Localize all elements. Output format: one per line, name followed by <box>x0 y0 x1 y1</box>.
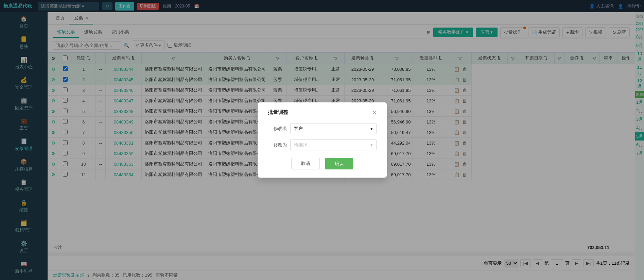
modal-field-select[interactable]: 客户 ▾ <box>290 123 377 134</box>
modal-field-value: 客户 <box>294 126 303 132</box>
chevron-down-icon: ▾ <box>370 143 373 148</box>
modal-field-row: 修改项 客户 ▾ <box>268 123 377 134</box>
modal-value-placeholder: 请选择 <box>294 142 307 148</box>
modal-close-btn[interactable]: ✕ <box>372 109 377 116</box>
modal-header: 批量调整 ✕ <box>268 109 377 116</box>
modal-value-row: 修改为 请选择 ▾ <box>268 139 377 150</box>
modal-overlay[interactable]: 批量调整 ✕ 修改项 客户 ▾ 修改为 请选择 ▾ 取消 确认 <box>0 0 644 280</box>
modal-cancel-btn[interactable]: 取消 <box>291 158 320 169</box>
modal-value-select[interactable]: 请选择 ▾ <box>290 139 377 150</box>
modal-title: 批量调整 <box>268 109 288 116</box>
modal-footer: 取消 确认 <box>268 158 377 169</box>
modal-field-label: 修改项 <box>268 126 287 132</box>
modal-value-label: 修改为 <box>268 142 287 148</box>
batch-adjust-modal: 批量调整 ✕ 修改项 客户 ▾ 修改为 请选择 ▾ 取消 确认 <box>258 102 387 178</box>
modal-confirm-btn[interactable]: 确认 <box>325 158 353 169</box>
chevron-down-icon: ▾ <box>370 126 373 131</box>
